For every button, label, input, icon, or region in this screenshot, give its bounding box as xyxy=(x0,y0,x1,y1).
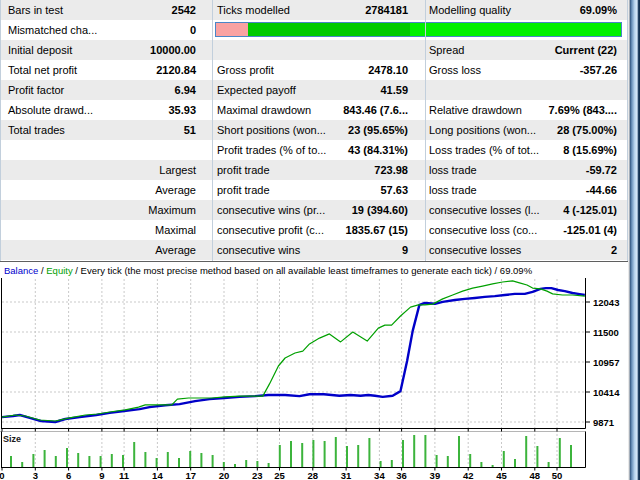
stat-value: 8 (15.69%) xyxy=(563,140,617,160)
size-bar xyxy=(402,440,404,467)
stat-label: Average xyxy=(155,180,196,200)
stat-label: Modelling quality xyxy=(429,0,511,20)
table-row: Absolute drawd...35.93Maximal drawdown84… xyxy=(0,100,628,120)
size-bar xyxy=(100,456,102,467)
stat-value: 843.46 (7.6... xyxy=(343,100,408,120)
x-axis-label: 31 xyxy=(341,470,352,480)
size-bar xyxy=(77,453,79,467)
size-bar xyxy=(536,446,538,467)
stat-value: -357.26 xyxy=(580,60,617,80)
size-bar xyxy=(144,452,146,467)
size-bar xyxy=(413,435,415,467)
stat-value: 2542 xyxy=(172,0,196,20)
stat-value: 723.98 xyxy=(374,160,408,180)
stat-label: loss trade xyxy=(429,180,477,200)
size-bar xyxy=(480,462,482,467)
column-separator xyxy=(212,0,213,261)
size-bar xyxy=(279,445,281,467)
stat-label: Total net profit xyxy=(8,60,77,80)
stat-value: 7.69% (843.... xyxy=(549,100,618,120)
balance-legend-label: Balance xyxy=(4,265,38,276)
stat-value: 43 (84.31%) xyxy=(348,140,408,160)
table-row: Profit trades (% of to...43 (84.31%)Loss… xyxy=(0,140,628,160)
size-bar xyxy=(178,458,180,467)
x-axis-label: 17 xyxy=(185,470,196,480)
table-row: Averageprofit trade57.63loss trade-44.66 xyxy=(0,180,628,200)
size-bar xyxy=(380,461,382,467)
stat-value: 9 xyxy=(402,240,408,260)
stat-label: Profit trades (% of to... xyxy=(217,140,326,160)
size-bar xyxy=(548,462,550,467)
equity-legend-label: Equity xyxy=(46,265,72,276)
size-bar xyxy=(122,455,124,467)
table-row: Initial deposit10000.00SpreadCurrent (22… xyxy=(0,40,628,60)
size-bar xyxy=(88,456,90,467)
size-bar xyxy=(10,456,12,467)
stat-label: loss trade xyxy=(429,160,477,180)
x-axis-label: 48 xyxy=(530,470,541,480)
size-bar xyxy=(212,455,214,467)
x-axis-label: 20 xyxy=(219,470,230,480)
progress-segment-quality xyxy=(410,23,621,36)
stat-label: Loss trades (% of tot... xyxy=(429,140,539,160)
table-row: Maximumconsecutive wins (pr...19 (394.60… xyxy=(0,200,628,220)
x-axis-label: 50 xyxy=(552,470,563,480)
size-bar xyxy=(312,440,314,467)
x-axis-label: 45 xyxy=(496,470,507,480)
chart-section: Balance / Equity / Every tick (the most … xyxy=(0,261,628,480)
stat-value: 2120.84 xyxy=(156,60,196,80)
size-bar xyxy=(256,461,258,467)
size-bar xyxy=(346,446,348,467)
stat-label: Average xyxy=(155,240,196,260)
size-bar xyxy=(570,445,572,467)
stat-label: Absolute drawd... xyxy=(8,100,93,120)
legend-separator: / xyxy=(73,265,81,276)
window-border xyxy=(628,0,640,480)
stat-value: 35.93 xyxy=(168,100,196,120)
size-bar xyxy=(368,438,370,467)
stat-label: Largest xyxy=(159,160,196,180)
stat-value: 57.63 xyxy=(380,180,408,200)
stat-label: Mismatched cha... xyxy=(8,20,97,40)
stat-label: consecutive wins (pr... xyxy=(217,200,325,220)
x-axis-label: 11 xyxy=(119,470,130,480)
stat-label: Maximal drawdown xyxy=(217,100,311,120)
stat-value: 51 xyxy=(184,120,196,140)
size-bar xyxy=(245,460,247,467)
table-row: Total net profit2120.84Gross profit2478.… xyxy=(0,60,628,80)
modelling-quality-value: 69.09% xyxy=(500,265,532,276)
stat-value: 1835.67 (15) xyxy=(346,220,408,240)
stat-value: 6.94 xyxy=(175,80,196,100)
size-bar xyxy=(21,462,23,467)
size-bar xyxy=(458,436,460,467)
legend-separator: / xyxy=(492,265,500,276)
size-bar xyxy=(525,436,527,467)
size-bar xyxy=(66,448,68,467)
size-bar xyxy=(492,465,494,467)
size-bar xyxy=(156,458,158,467)
stat-value: 10000.00 xyxy=(150,40,196,60)
table-left-border xyxy=(0,0,1,261)
table-row: Total trades51Short positions (won...23 … xyxy=(0,120,628,140)
size-bar xyxy=(44,450,46,467)
balance-line xyxy=(2,288,585,422)
equity-line xyxy=(2,281,585,421)
table-row: Mismatched cha...0 xyxy=(0,20,628,40)
size-bar xyxy=(200,453,202,467)
stat-value: Current (22) xyxy=(555,40,617,60)
x-axis-label: 14 xyxy=(152,470,163,480)
x-axis-label: 9 xyxy=(99,470,104,480)
stat-label: consecutive loss (co... xyxy=(429,220,537,240)
stat-label: profit trade xyxy=(217,160,270,180)
stat-value: 19 (394.60) xyxy=(352,200,408,220)
size-bar xyxy=(301,443,303,467)
table-row: Maximalconsecutive profit (c...1835.67 (… xyxy=(0,220,628,240)
stat-label: Spread xyxy=(429,40,464,60)
size-bar xyxy=(335,437,337,467)
size-bar xyxy=(424,435,426,467)
column-separator xyxy=(425,0,426,261)
stat-label: Short positions (won... xyxy=(217,120,326,140)
table-row: Averageconsecutive wins9consecutive loss… xyxy=(0,240,628,260)
stat-value: 2 xyxy=(611,240,617,260)
table-row: Largestprofit trade723.98loss trade-59.7… xyxy=(0,160,628,180)
